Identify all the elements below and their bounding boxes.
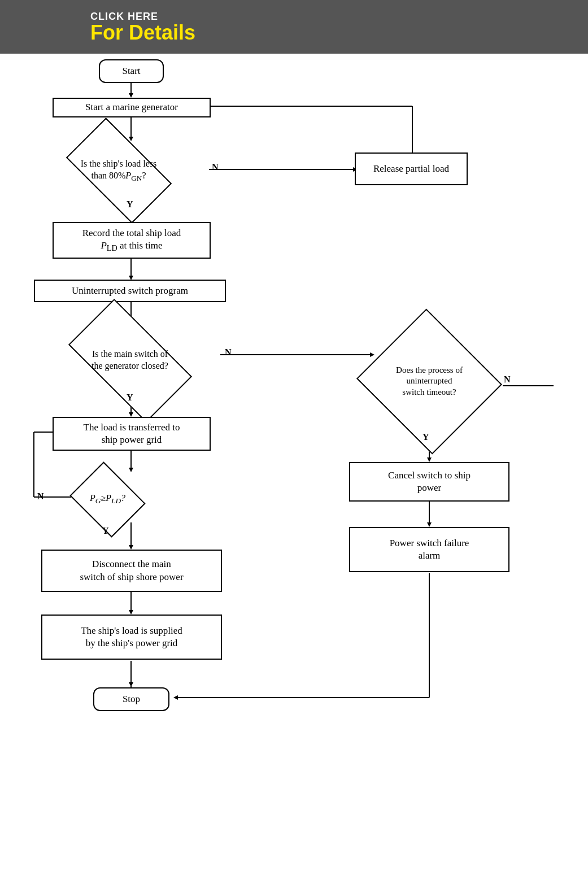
record-load-box: Record the total ship loadPLD at this ti… bbox=[53, 222, 211, 259]
svg-marker-15 bbox=[129, 545, 133, 550]
start-box: Start bbox=[99, 59, 164, 83]
for-details-text[interactable]: For Details bbox=[90, 23, 195, 43]
n-label-load: N bbox=[212, 162, 219, 172]
power-failure-box: Power switch failurealarm bbox=[349, 527, 509, 572]
cancel-switch-box: Cancel switch to shippower bbox=[349, 462, 509, 502]
disconnect-box: Disconnect the mainswitch of ship shore … bbox=[41, 550, 222, 592]
y-label-main: Y bbox=[127, 393, 133, 403]
n-label-pg: N bbox=[37, 491, 44, 502]
svg-marker-38 bbox=[173, 695, 178, 700]
header: CLICK HERE For Details bbox=[0, 0, 588, 54]
svg-marker-30 bbox=[427, 522, 432, 527]
pg-check-diamond: PG≥PLD? bbox=[53, 472, 163, 527]
y-label-pg: Y bbox=[102, 526, 109, 536]
uninterrupted-box: Uninterrupted switch program bbox=[34, 280, 226, 302]
svg-marker-28 bbox=[427, 457, 432, 462]
release-load-box: Release partial load bbox=[355, 152, 468, 185]
n-label-timeout: N bbox=[504, 374, 511, 385]
y-label-timeout: Y bbox=[423, 432, 429, 442]
flowchart: Start Start a marine generator Is the sh… bbox=[0, 54, 588, 889]
timeout-diamond: Does the process ofuninterruptedswitch t… bbox=[328, 325, 531, 438]
ship-load-supplied-box: The ship's load is suppliedby the ship's… bbox=[41, 615, 222, 660]
main-switch-diamond: Is the main switch ofthe generator close… bbox=[23, 326, 237, 394]
y-label-load: Y bbox=[127, 199, 133, 210]
stop-box: Stop bbox=[93, 687, 169, 711]
start-marine-box: Start a marine generator bbox=[53, 98, 211, 117]
svg-marker-19 bbox=[129, 682, 133, 687]
svg-marker-11 bbox=[129, 412, 133, 417]
load-check-diamond: Is the ship's load lessthan 80%PGN? bbox=[34, 140, 203, 202]
svg-marker-1 bbox=[129, 93, 133, 98]
load-transferred-box: The load is transferred toship power gri… bbox=[53, 417, 211, 451]
svg-marker-17 bbox=[129, 610, 133, 615]
n-label-main: N bbox=[225, 347, 232, 358]
